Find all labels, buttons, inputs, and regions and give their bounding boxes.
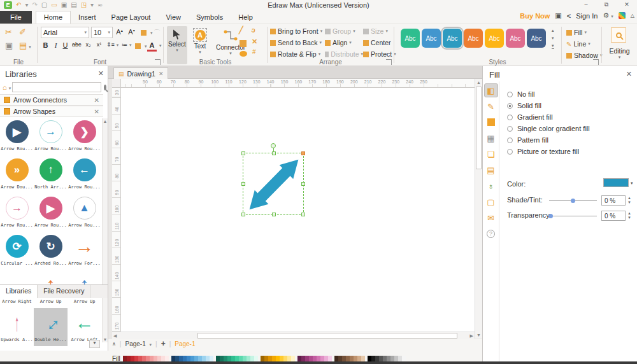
fill-option-pattern-fill[interactable]: Pattern fill: [507, 136, 548, 144]
double-headed-arrow-shape[interactable]: [243, 153, 304, 216]
shade-tint-value[interactable]: 0 %: [601, 195, 626, 206]
transparency-slider[interactable]: [549, 216, 597, 216]
arrange-center-button[interactable]: Center: [363, 37, 396, 48]
resize-handle-s[interactable]: [272, 213, 276, 216]
library-shape[interactable]: ↻Arched Ro...: [34, 232, 68, 270]
close-button[interactable]: ✕: [617, 0, 637, 10]
cut-icon[interactable]: ✂: [5, 27, 12, 37]
page-tab-page1[interactable]: Page-1: [175, 340, 195, 347]
scroll-down-icon[interactable]: ▼: [475, 333, 482, 337]
palette-swatch[interactable]: [165, 356, 169, 362]
crop-tool-icon[interactable]: #: [252, 48, 256, 55]
italic-button[interactable]: I: [51, 41, 61, 50]
bottom-tab-libraries[interactable]: Libraries: [0, 285, 38, 298]
text-arc-button[interactable]: ⌒: [152, 27, 162, 38]
copy-icon[interactable]: ▣: [5, 41, 13, 50]
bullet-list-button[interactable]: ≔▾: [120, 41, 133, 48]
scroll-up-icon[interactable]: ▲: [103, 119, 108, 123]
palette-swatch[interactable]: [402, 356, 406, 362]
line-spacing-button[interactable]: ⇕≡▾: [105, 41, 120, 48]
transparency-slider-thumb[interactable]: [548, 214, 553, 218]
style-swatch-7[interactable]: Abc: [527, 29, 546, 48]
font-color-button[interactable]: A: [147, 41, 157, 52]
pencil-tool-icon[interactable]: ✕: [252, 38, 257, 46]
fill-option-solid-fill[interactable]: Solid fill: [507, 102, 541, 109]
note-icon[interactable]: ▤: [484, 163, 498, 177]
fill-option-single-color-gradient-fill[interactable]: Single color gradient fill: [507, 125, 590, 132]
library-scrollbar[interactable]: ▲ ▼: [102, 118, 108, 342]
style-swatch-2[interactable]: Abc: [422, 29, 441, 48]
arrange-dialog-launcher[interactable]: [386, 59, 392, 65]
fill-button[interactable]: Fill▾: [566, 27, 587, 38]
palette-swatch[interactable]: [291, 356, 295, 362]
highlight-color-button[interactable]: ▾: [134, 41, 148, 50]
strikethrough-button[interactable]: abc: [71, 41, 83, 48]
minimize-button[interactable]: –: [576, 0, 596, 10]
line-icon[interactable]: ✎: [484, 99, 498, 113]
line-tool-icon[interactable]: ╱: [239, 26, 243, 34]
vscroll-thumb[interactable]: [476, 87, 482, 169]
palette-swatch[interactable]: [328, 356, 332, 362]
chevron-down-icon[interactable]: ▾: [631, 181, 633, 186]
style-swatch-4[interactable]: Abc: [464, 29, 483, 48]
library-shape[interactable]: ↑Upwards A...: [0, 308, 34, 346]
arrange-align-button[interactable]: Align▾: [325, 37, 363, 48]
rectangle-tool-icon[interactable]: [240, 40, 247, 47]
bottom-tab-file-recovery[interactable]: File Recovery: [38, 285, 90, 298]
library-shape[interactable]: →Arrow Rou...: [0, 193, 34, 232]
library-shape[interactable]: ←Arrow Rou...: [68, 155, 101, 193]
add-page-button[interactable]: +: [161, 339, 166, 348]
library-shape[interactable]: →Arrow Rou...: [34, 117, 68, 155]
resize-handle-nw[interactable]: [241, 151, 245, 155]
close-icon[interactable]: ✕: [94, 97, 99, 104]
style-swatch-3[interactable]: Abc: [443, 29, 462, 48]
library-shape[interactable]: →Arrow For...: [68, 232, 101, 270]
selection-box[interactable]: [243, 153, 304, 215]
scroll-down-icon[interactable]: ▼: [103, 337, 108, 342]
palette-swatch[interactable]: [254, 356, 258, 362]
arrange-bring-to-front-button[interactable]: Bring to Front▾: [270, 25, 325, 37]
snapshot-icon[interactable]: ▣: [555, 11, 561, 20]
community-icon[interactable]: [619, 12, 626, 19]
close-icon[interactable]: ✕: [626, 70, 632, 78]
paste-icon[interactable]: ▤▾: [19, 41, 31, 50]
library-shape[interactable]: »Arrow Dou...: [0, 155, 34, 193]
scroll-left-icon[interactable]: ◀: [113, 333, 117, 339]
help-icon[interactable]: ?: [484, 227, 498, 241]
transparency-spinner[interactable]: ▲▼: [626, 211, 633, 221]
close-icon[interactable]: ✕: [94, 108, 99, 115]
close-icon[interactable]: ✕: [159, 71, 164, 77]
document-tab-drawing1[interactable]: ▤ Drawing1 ✕: [113, 67, 168, 79]
library-shape[interactable]: ⟳Circular ...: [0, 232, 34, 270]
resize-handle-ne[interactable]: [301, 151, 305, 155]
horizontal-scrollbar[interactable]: ◀ ▶: [112, 332, 475, 339]
buy-now-link[interactable]: Buy Now: [520, 12, 550, 20]
search-icon[interactable]: [104, 85, 106, 90]
collapse-pagebar-icon[interactable]: ∧: [112, 341, 116, 347]
shade-tint-spinner[interactable]: ▲▼: [626, 195, 633, 206]
increase-font-button[interactable]: A▴: [115, 27, 124, 36]
underline-button[interactable]: U: [61, 41, 70, 50]
picture-icon[interactable]: ▦: [484, 131, 498, 145]
line-button[interactable]: ✎Line▾: [566, 38, 590, 50]
resize-handle-e[interactable]: [301, 182, 305, 186]
style-swatch-5[interactable]: Abc: [485, 29, 504, 48]
arrange-send-to-back-button[interactable]: Send to Back▾: [270, 37, 325, 48]
resize-handle-n[interactable]: [272, 151, 276, 155]
page-selector[interactable]: Page-1 ▾: [125, 340, 152, 347]
styles-dialog-launcher[interactable]: [593, 59, 599, 65]
menu-tab-view[interactable]: View: [158, 11, 189, 24]
library-shape[interactable]: ▶Arrow Rou...: [34, 193, 68, 232]
bold-button[interactable]: B: [41, 41, 50, 50]
fill-option-picture-or-texture-fill[interactable]: Picture or texture fill: [507, 148, 579, 155]
fill-option-gradient-fill[interactable]: Gradient fill: [507, 113, 553, 121]
fill-color-swatch[interactable]: [603, 178, 629, 187]
sign-in-link[interactable]: Sign In: [576, 12, 598, 20]
menu-tab-file[interactable]: File: [0, 11, 32, 24]
find-replace-button[interactable]: [611, 27, 626, 43]
shade-tint-slider-thumb[interactable]: [571, 199, 575, 203]
decrease-font-button[interactable]: A▾: [127, 27, 136, 36]
library-shape[interactable]: ▲Arrow Rou...: [68, 193, 101, 232]
menu-tab-home[interactable]: Home: [36, 11, 71, 24]
library-search-input[interactable]: [12, 82, 101, 92]
